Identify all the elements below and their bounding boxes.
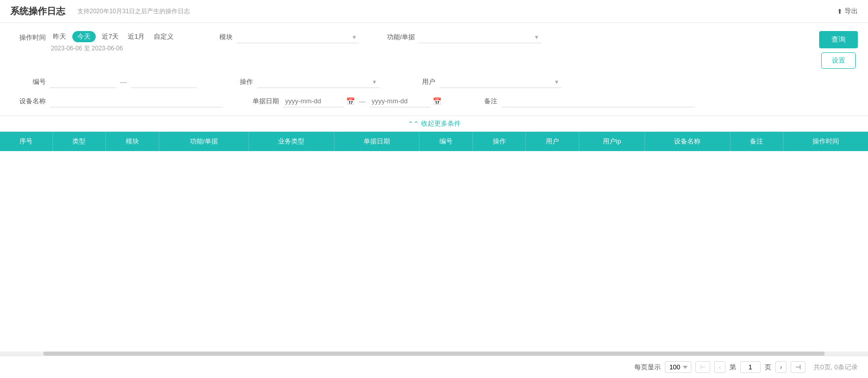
export-button[interactable]: ⬆ 导出 xyxy=(837,7,858,16)
table-container: 序号 类型 模块 功能/单据 业务类型 单据日期 编号 操作 用户 用户ip 设… xyxy=(0,132,868,352)
voucher-date-label: 单据日期 xyxy=(243,97,279,106)
col-type: 类型 xyxy=(52,132,105,151)
cal-to-icon[interactable]: 📅 xyxy=(433,97,441,105)
operation-dropdown-wrap: ▼ xyxy=(257,76,379,88)
per-page-select[interactable]: 100 10 20 50 200 xyxy=(665,361,691,373)
date-from-input[interactable] xyxy=(283,95,344,107)
user-input[interactable] xyxy=(439,76,562,88)
device-label: 设备名称 xyxy=(10,97,46,106)
remark-label: 备注 xyxy=(462,97,497,106)
user-label: 用户 xyxy=(400,77,435,86)
code-filter: 编号 — xyxy=(10,76,197,88)
user-dropdown-wrap: ▼ xyxy=(439,76,562,88)
date-dash: — xyxy=(359,98,366,105)
page-suffix: 页 xyxy=(765,363,771,372)
per-page-label: 每页显示 xyxy=(634,363,661,372)
time-label: 操作时间 xyxy=(10,31,46,42)
col-op-time: 操作时间 xyxy=(783,132,868,151)
col-biz-type: 业务类型 xyxy=(249,132,334,151)
col-code: 编号 xyxy=(419,132,472,151)
date-to-input[interactable] xyxy=(370,95,431,107)
remark-input[interactable] xyxy=(501,95,695,107)
total-info: 共0页, 0条记录 xyxy=(814,363,858,372)
time-group: 昨天 今天 近7天 近1月 自定义 xyxy=(50,31,177,42)
module-label: 模块 xyxy=(197,33,233,42)
col-function: 功能/单据 xyxy=(159,132,248,151)
collapse-bar[interactable]: ⌃⌃ 收起更多条件 xyxy=(0,116,868,132)
code-label: 编号 xyxy=(10,77,46,86)
col-seq: 序号 xyxy=(0,132,52,151)
remark-filter: 备注 xyxy=(462,95,695,107)
col-user: 用户 xyxy=(526,132,579,151)
page-title: 系统操作日志 xyxy=(10,5,65,17)
device-filter: 设备名称 xyxy=(10,95,223,107)
col-module: 模块 xyxy=(106,132,159,151)
col-operation: 操作 xyxy=(472,132,525,151)
export-icon: ⬆ xyxy=(837,8,843,15)
table-header-row: 序号 类型 模块 功能/单据 业务类型 单据日期 编号 操作 用户 用户ip 设… xyxy=(0,132,868,151)
last-page-button[interactable]: ⊣ xyxy=(791,361,805,373)
code-input-to[interactable] xyxy=(131,76,197,88)
module-dropdown-wrap: ▼ xyxy=(237,31,359,43)
page-header: 系统操作日志 支持2020年10月31日之后产生的操作日志 ⬆ 导出 xyxy=(0,0,868,23)
operation-input[interactable] xyxy=(257,76,379,88)
user-filter: 用户 ▼ xyxy=(400,76,562,88)
col-voucher-date: 单据日期 xyxy=(334,132,419,151)
device-input[interactable] xyxy=(50,95,223,107)
settings-button[interactable]: 设置 xyxy=(821,52,856,69)
time-range-display: 2023-06-06 至 2023-06-06 xyxy=(51,44,177,53)
pagination-bar: 每页显示 100 10 20 50 200 ⊢ ‹ 第 页 › ⊣ 共0页, 0… xyxy=(0,356,868,378)
next-page-button[interactable]: › xyxy=(775,361,787,373)
time-btn-custom[interactable]: 自定义 xyxy=(151,31,177,42)
data-table: 序号 类型 模块 功能/单据 业务类型 单据日期 编号 操作 用户 用户ip 设… xyxy=(0,132,868,151)
time-btn-7days[interactable]: 近7天 xyxy=(99,31,122,42)
operation-filter: 操作 ▼ xyxy=(217,76,379,88)
function-dropdown-wrap: ▼ xyxy=(419,31,541,43)
page-number-input[interactable] xyxy=(740,361,761,373)
operation-label: 操作 xyxy=(217,77,253,86)
collapse-label: 收起更多条件 xyxy=(421,119,461,128)
module-filter: 模块 ▼ xyxy=(197,31,359,43)
time-filter: 操作时间 昨天 今天 近7天 近1月 自定义 2023-06-06 至 2023… xyxy=(10,31,177,53)
filter-area: 操作时间 昨天 今天 近7天 近1月 自定义 2023-06-06 至 2023… xyxy=(0,23,868,116)
cal-from-icon[interactable]: 📅 xyxy=(346,97,355,105)
code-dash: — xyxy=(120,78,127,86)
time-btn-yesterday[interactable]: 昨天 xyxy=(50,31,69,42)
time-btn-1month[interactable]: 近1月 xyxy=(125,31,148,42)
voucher-date-filter: 单据日期 📅 — 📅 xyxy=(243,95,441,107)
col-remark: 备注 xyxy=(730,132,783,151)
page-label: 第 xyxy=(730,363,736,372)
function-filter: 功能/单据 ▼ xyxy=(379,31,541,43)
action-buttons: 查询 设置 xyxy=(819,31,858,69)
code-input-from[interactable] xyxy=(50,76,116,88)
time-btn-today[interactable]: 今天 xyxy=(72,31,96,42)
query-button[interactable]: 查询 xyxy=(819,31,858,48)
first-page-button[interactable]: ⊢ xyxy=(695,361,710,373)
col-user-ip: 用户ip xyxy=(579,132,645,151)
prev-page-button[interactable]: ‹ xyxy=(714,361,725,373)
page-subtitle: 支持2020年10月31日之后产生的操作日志 xyxy=(77,7,190,16)
scrollbar-thumb[interactable] xyxy=(43,352,825,356)
col-device: 设备名称 xyxy=(645,132,730,151)
module-input[interactable] xyxy=(237,31,359,43)
function-input[interactable] xyxy=(419,31,541,43)
collapse-icon: ⌃⌃ xyxy=(408,120,419,128)
function-label: 功能/单据 xyxy=(379,33,415,42)
scrollbar-track[interactable] xyxy=(0,352,868,356)
